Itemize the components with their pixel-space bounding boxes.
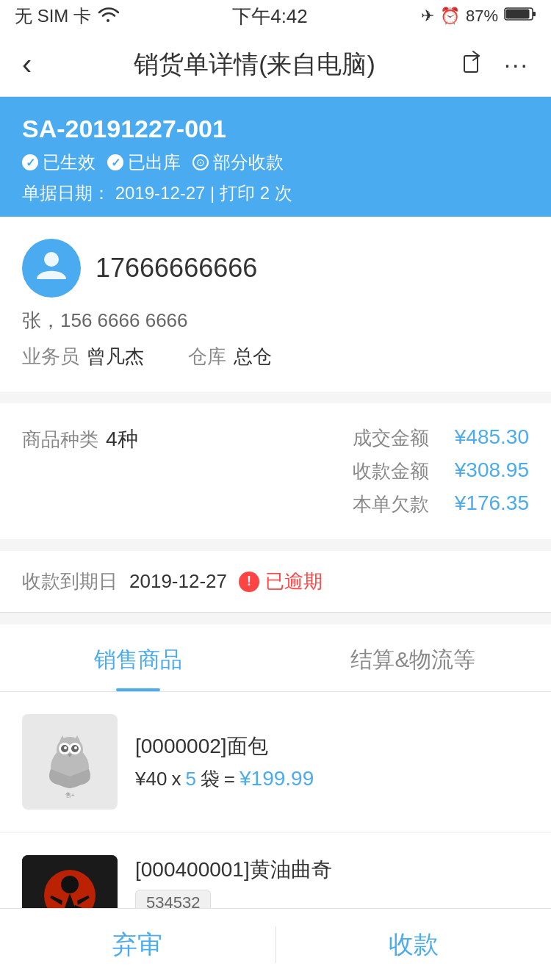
amount-row-received: 收款金额 ¥308.95 [353,458,529,484]
svg-rect-2 [505,10,529,19]
clock-time: 下午4:42 [232,4,308,29]
page-title: 销货单详情(来自电脑) [46,48,462,82]
product-image-1: 售+ [22,714,118,810]
product-name-1: [0000002]面包 [135,732,529,760]
svg-point-5 [44,252,59,267]
header-date: 单据日期： 2019-12-27 | 打印 2 次 [22,181,529,205]
badge-partial: ⊙ 部分收款 [192,151,284,174]
confirm-button[interactable]: 收款 [276,909,552,980]
tab-logistics[interactable]: 结算&物流等 [276,624,551,691]
product-price-1: ¥40 x 5 袋 = ¥199.99 [135,766,529,792]
overdue-badge: ! 已逾期 [239,569,323,594]
svg-rect-1 [533,12,536,16]
more-icon[interactable]: ··· [504,50,529,79]
product-info-1: [0000002]面包 ¥40 x 5 袋 = ¥199.99 [135,732,529,792]
avatar-icon [33,246,70,291]
carrier-text: 无 SIM 卡 [15,4,91,28]
amount-row-total: 成交金额 ¥485.30 [353,425,529,451]
status-left: 无 SIM 卡 [15,4,119,28]
amount-row-owed: 本单欠款 ¥176.35 [353,491,529,517]
header-badges: ✓ 已生效 ✓ 已出库 ⊙ 部分收款 [22,151,529,174]
header-banner: SA-20191227-001 ✓ 已生效 ✓ 已出库 ⊙ 部分收款 单据日期：… [0,97,551,217]
badge-shipped: ✓ 已出库 [107,151,181,174]
due-date-row: 收款到期日 2019-12-27 ! 已逾期 [0,551,551,613]
battery-icon [504,6,536,26]
customer-name-phone: 张，156 6666 6666 [22,308,529,334]
svg-point-13 [64,746,67,749]
badge-effective: ✓ 已生效 [22,151,96,174]
tab-sales-products[interactable]: 销售商品 [0,624,276,691]
svg-text:售+: 售+ [65,792,75,799]
product-count: 商品种类 4种 [22,425,138,453]
product-item-1: 售+ [0000002]面包 ¥40 x 5 袋 = ¥199.99 [0,692,551,832]
customer-top: 17666666666 [22,239,529,298]
share-icon[interactable] [463,50,486,79]
wifi-icon [97,6,119,26]
customer-card: 17666666666 张，156 6666 6666 业务员 曾凡杰 仓库 总… [0,217,551,392]
status-right: ✈ ⏰ 87% [421,6,536,26]
order-id: SA-20191227-001 [22,115,529,143]
customer-info-row: 业务员 曾凡杰 仓库 总仓 [22,344,529,370]
product-name-2: [000400001]黄油曲奇 [135,856,529,884]
check-icon-effective: ✓ [22,154,38,170]
status-bar: 无 SIM 卡 下午4:42 ✈ ⏰ 87% [0,0,551,32]
overdue-icon: ! [239,572,259,592]
warehouse-item: 仓库 总仓 [188,344,272,370]
clock-icon-partial: ⊙ [192,154,209,170]
check-icon-shipped: ✓ [107,154,123,170]
amounts: 成交金额 ¥485.30 收款金额 ¥308.95 本单欠款 ¥176.35 [353,425,529,517]
cancel-button[interactable]: 弃审 [0,909,276,980]
bottom-actions: 弃审 收款 [0,908,551,980]
summary-row: 商品种类 4种 成交金额 ¥485.30 收款金额 ¥308.95 本单欠款 ¥… [22,425,529,517]
svg-point-18 [61,876,79,893]
tab-bar: 销售商品 结算&物流等 [0,624,551,692]
salesperson-item: 业务员 曾凡杰 [22,344,144,370]
summary-card: 商品种类 4种 成交金额 ¥485.30 收款金额 ¥308.95 本单欠款 ¥… [0,403,551,539]
battery-text: 87% [466,7,498,26]
svg-point-14 [74,746,77,749]
location-icon: ✈ [421,7,434,26]
avatar [22,239,81,298]
nav-bar: ‹ 销货单详情(来自电脑) ··· [0,32,551,97]
customer-id: 17666666666 [96,253,257,284]
back-button[interactable]: ‹ [22,48,32,81]
nav-actions: ··· [463,50,529,79]
alarm-icon: ⏰ [440,7,460,26]
